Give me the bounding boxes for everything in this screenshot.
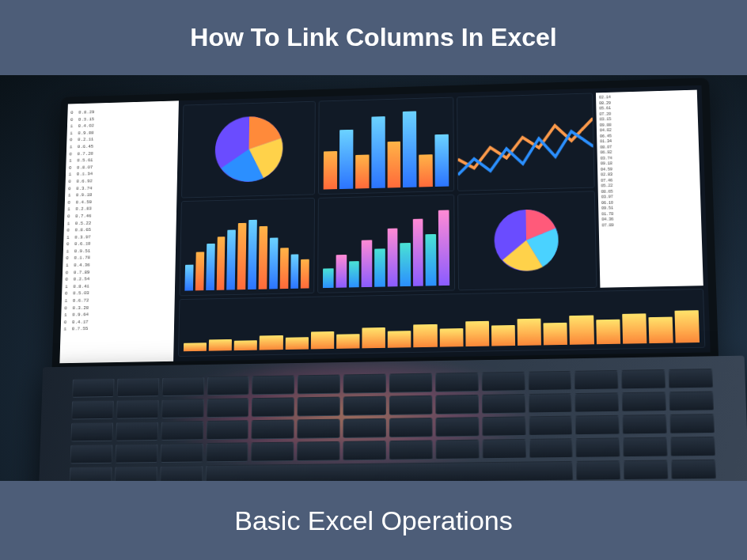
laptop-keyboard	[38, 356, 747, 481]
chart-bar-wide	[178, 289, 705, 357]
pie-icon	[495, 209, 559, 271]
page-title: How To Link Columns In Excel	[190, 23, 556, 52]
chart-bar-3	[317, 195, 454, 293]
area-icon	[457, 93, 594, 190]
spreadsheet-column-left: 0 0.8.290 0.3.151 0.4.021 0.9.88 0 0.2.1…	[59, 100, 179, 363]
laptop-render: 0 0.8.290 0.3.151 0.4.021 0.9.88 0 0.2.1…	[38, 75, 733, 481]
chart-area-1	[457, 93, 595, 191]
keyboard-keys	[70, 369, 716, 481]
chart-bar-1	[318, 97, 454, 195]
header-band: How To Link Columns In Excel	[0, 0, 747, 75]
spreadsheet-column-right: 02.1408.2905.6107.2003.1509.8804.0206.45…	[596, 90, 703, 288]
hero-illustration: 0 0.8.290 0.3.151 0.4.021 0.9.88 0 0.2.1…	[0, 75, 747, 481]
laptop-screen: 0 0.8.290 0.3.151 0.4.021 0.9.88 0 0.2.1…	[52, 78, 719, 371]
chart-bar-2	[180, 198, 316, 296]
chart-pie-2	[457, 191, 597, 290]
dashboard-grid: 02.1408.2905.6107.2003.1509.8804.0206.45…	[173, 85, 711, 361]
page-subtitle: Basic Excel Operations	[234, 505, 513, 536]
footer-band: Basic Excel Operations	[0, 481, 747, 560]
pie-icon	[214, 116, 283, 184]
chart-pie-1	[181, 101, 316, 199]
